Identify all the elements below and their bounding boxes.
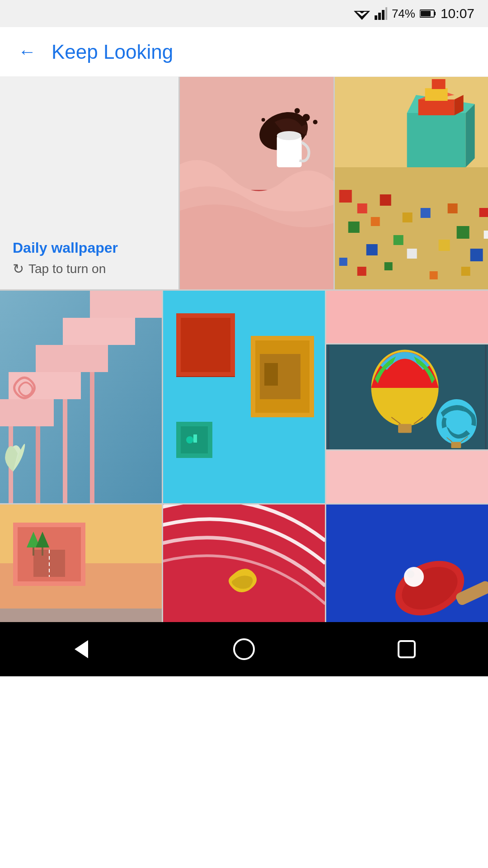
recents-nav-icon [397, 639, 417, 659]
ping-pong-art [326, 505, 488, 622]
battery-percent: 74% [392, 7, 415, 21]
svg-rect-31 [339, 190, 352, 203]
svg-point-15 [313, 120, 318, 124]
svg-rect-6 [385, 7, 387, 20]
svg-rect-34 [479, 208, 488, 217]
ping-pong-cell[interactable] [326, 505, 488, 622]
running-track-art [163, 505, 325, 622]
color-frames-cell[interactable] [163, 291, 325, 503]
svg-point-14 [303, 114, 310, 121]
page-title: Keep Looking [52, 41, 173, 63]
svg-rect-33 [380, 194, 391, 206]
daily-wallpaper-title: Daily wallpaper [13, 240, 166, 256]
svg-rect-32 [357, 203, 367, 213]
daily-wallpaper-subtitle: ↻ Tap to turn on [13, 261, 166, 277]
svg-rect-38 [366, 244, 377, 255]
svg-rect-55 [63, 318, 135, 345]
svg-rect-69 [264, 363, 278, 386]
back-arrow-icon: ← [18, 42, 36, 62]
svg-rect-47 [339, 258, 347, 266]
signal-icon [375, 7, 387, 20]
svg-rect-105 [399, 641, 415, 657]
app-bar: ← Keep Looking [0, 27, 488, 77]
svg-rect-22 [407, 113, 465, 167]
svg-point-102 [407, 571, 414, 578]
svg-rect-3 [375, 15, 377, 20]
pink-stairs-cell[interactable] [0, 291, 162, 503]
status-time: 10:07 [441, 6, 474, 21]
svg-rect-93 [33, 547, 34, 556]
svg-rect-37 [456, 226, 469, 239]
svg-rect-36 [393, 235, 403, 245]
back-button[interactable]: ← [14, 38, 41, 66]
svg-rect-45 [407, 249, 417, 259]
tap-to-turn-on: Tap to turn on [28, 262, 106, 276]
nav-recents-button[interactable] [389, 631, 425, 667]
svg-rect-50 [429, 271, 437, 279]
svg-rect-95 [0, 609, 162, 622]
svg-rect-40 [470, 249, 483, 261]
svg-point-16 [295, 108, 300, 113]
back-nav-icon [70, 638, 93, 660]
nav-back-button[interactable] [63, 631, 99, 667]
svg-rect-49 [384, 262, 392, 270]
svg-rect-43 [371, 217, 380, 226]
svg-rect-61 [0, 399, 54, 426]
svg-rect-4 [378, 13, 381, 20]
svg-rect-18 [277, 136, 302, 167]
svg-rect-26 [418, 99, 454, 115]
nav-home-button[interactable] [226, 631, 262, 667]
pink-bottom-cell[interactable] [326, 451, 488, 503]
wallpaper-grid: Daily wallpaper ↻ Tap to turn on [0, 77, 488, 622]
color-blocks-cell[interactable] [335, 77, 488, 289]
battery-icon [420, 9, 436, 18]
svg-rect-57 [36, 345, 108, 372]
wifi-icon [354, 7, 370, 20]
svg-point-72 [186, 436, 193, 443]
svg-rect-8 [434, 12, 436, 15]
svg-point-19 [277, 131, 301, 140]
pink-stairs-art [0, 291, 162, 503]
svg-marker-103 [75, 640, 88, 658]
grid-row-2 [0, 291, 488, 503]
svg-rect-42 [438, 240, 450, 251]
svg-rect-62 [90, 291, 162, 318]
color-blocks-art [335, 77, 488, 289]
svg-rect-29 [425, 88, 447, 101]
svg-rect-65 [181, 318, 230, 372]
svg-rect-51 [461, 267, 470, 276]
svg-rect-35 [348, 222, 359, 233]
pink-top-cell[interactable] [326, 291, 488, 343]
home-nav-icon [233, 638, 255, 660]
svg-rect-41 [402, 212, 412, 222]
coffee-spill-art [180, 77, 333, 289]
orange-scene-cell[interactable] [0, 505, 162, 622]
bottom-nav [0, 622, 488, 676]
daily-wallpaper-cell[interactable]: Daily wallpaper ↻ Tap to turn on [0, 77, 178, 289]
grid-col-3-row2 [326, 291, 488, 503]
status-icons: 74% 10:07 [354, 6, 474, 21]
svg-rect-73 [193, 434, 197, 443]
running-track-cell[interactable] [163, 505, 325, 622]
svg-rect-94 [42, 547, 43, 556]
svg-point-17 [262, 118, 265, 122]
status-bar: 74% 10:07 [0, 0, 488, 27]
svg-rect-78 [398, 424, 412, 433]
color-frames-art [163, 291, 325, 503]
orange-scene-art [0, 505, 162, 622]
svg-rect-44 [447, 203, 457, 213]
grid-row-1: Daily wallpaper ↻ Tap to turn on [0, 77, 488, 289]
svg-rect-46 [483, 231, 488, 239]
svg-rect-5 [382, 10, 385, 20]
svg-point-101 [404, 567, 424, 587]
svg-rect-30 [432, 79, 445, 89]
svg-marker-25 [465, 104, 474, 167]
balloons-art [326, 344, 488, 449]
grid-row-3 [0, 505, 488, 622]
balloons-cell[interactable] [326, 344, 488, 449]
svg-rect-82 [451, 442, 461, 448]
svg-rect-48 [357, 267, 366, 276]
refresh-icon: ↻ [13, 261, 24, 277]
svg-point-104 [234, 639, 254, 659]
coffee-spill-cell[interactable] [180, 77, 333, 289]
